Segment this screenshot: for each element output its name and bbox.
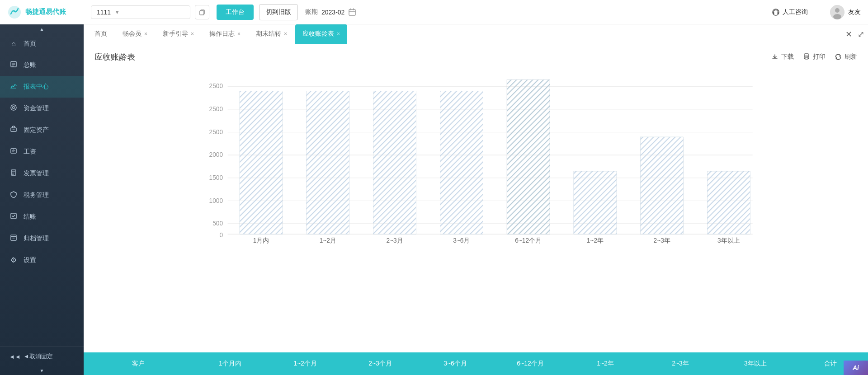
svg-text:2~3年: 2~3年 <box>654 237 670 244</box>
sidebar-scroll-up[interactable]: ▲ <box>0 24 84 33</box>
tabs-right: ✕ ⤢ <box>845 29 864 39</box>
sidebar-item-reports[interactable]: 报表中心 <box>0 76 84 98</box>
svg-point-11 <box>11 105 16 110</box>
print-label: 打印 <box>813 53 826 61</box>
tab-guide[interactable]: 新手引导 × <box>156 24 201 44</box>
tab-member-label: 畅会员 <box>123 30 142 38</box>
sidebar-item-assets[interactable]: 固定资产 <box>0 119 84 141</box>
period-label: 账期 <box>305 8 318 16</box>
chart-container: 2500 2500 2500 2000 1500 1000 500 0 <box>84 68 868 352</box>
sidebar-item-ledger[interactable]: 总账 <box>0 54 84 76</box>
svg-text:2500: 2500 <box>209 83 223 89</box>
bar-2-3月 <box>373 91 416 234</box>
invoice-icon <box>9 169 18 178</box>
bar-3年以上 <box>707 171 750 234</box>
assets-icon <box>9 126 18 135</box>
svg-point-8 <box>835 8 840 13</box>
tabs-bar: 首页 畅会员 × 新手引导 × 操作日志 × 期末结转 × 应收账龄表 × <box>84 24 868 44</box>
svg-rect-19 <box>805 54 808 56</box>
tab-aging[interactable]: 应收账龄表 × <box>295 24 347 44</box>
close-window-button[interactable]: ✕ <box>845 29 852 39</box>
tab-oplog-close[interactable]: × <box>237 31 241 37</box>
company-name: 1111 <box>97 9 111 16</box>
headset-icon <box>772 8 780 16</box>
content-area: 首页 畅会员 × 新手引导 × 操作日志 × 期末结转 × 应收账龄表 × <box>84 24 868 375</box>
page-actions: 下载 打印 <box>771 53 857 61</box>
col-header-3-6m: 3~6个月 <box>418 360 493 368</box>
refresh-button[interactable]: 刷新 <box>835 53 857 61</box>
ai-badge-label: Ai <box>853 364 859 371</box>
switch-version-button[interactable]: 切到旧版 <box>259 4 298 20</box>
tab-home[interactable]: 首页 <box>87 24 114 44</box>
tab-guide-label: 新手引导 <box>163 30 188 38</box>
tax-icon <box>9 191 18 200</box>
page-content: 应收账龄表 下载 <box>84 44 868 375</box>
svg-text:6~12个月: 6~12个月 <box>515 237 542 244</box>
header-divider <box>819 7 819 18</box>
sidebar-item-tax[interactable]: 税务管理 <box>0 184 84 206</box>
svg-text:3年以上: 3年以上 <box>717 237 740 244</box>
sidebar-item-home[interactable]: ⌂ 首页 <box>0 33 84 54</box>
company-selector[interactable]: 1111 ▼ <box>91 5 190 19</box>
bar-2-3年 <box>641 137 684 234</box>
sidebar-item-settings[interactable]: ⚙ 设置 <box>0 249 84 271</box>
sidebar: ▲ ⌂ 首页 总账 报表中心 <box>0 24 84 375</box>
col-header-1m: 1个月内 <box>193 360 268 368</box>
archive-icon <box>9 234 18 243</box>
tab-member-close[interactable]: × <box>144 31 147 37</box>
cancel-fixed-button[interactable]: ◄◄ ◄取消固定 <box>0 347 84 366</box>
tab-period-end-label: 期末结转 <box>256 30 281 38</box>
tab-guide-close[interactable]: × <box>191 31 194 37</box>
funds-icon <box>9 104 18 113</box>
tab-oplog[interactable]: 操作日志 × <box>202 24 248 44</box>
logo-text: 畅捷通易代账 <box>25 8 66 16</box>
sidebar-label-checkout: 结账 <box>24 213 36 221</box>
workbench-button[interactable]: 工作台 <box>217 5 254 20</box>
bar-3-6月 <box>440 91 483 234</box>
col-header-6-12m: 6~12个月 <box>493 360 568 368</box>
col-header-1-2m: 1~2个月 <box>268 360 343 368</box>
print-button[interactable]: 打印 <box>803 53 826 61</box>
maximize-button[interactable]: ⤢ <box>858 29 864 39</box>
sidebar-item-invoice[interactable]: 发票管理 <box>0 163 84 184</box>
bar-6-12月 <box>507 80 550 234</box>
sidebar-label-settings: 设置 <box>24 256 36 264</box>
tab-period-end[interactable]: 期末结转 × <box>249 24 294 44</box>
chart-wrapper: 2500 2500 2500 2000 1500 1000 500 0 <box>94 77 857 248</box>
svg-rect-6 <box>778 12 779 14</box>
user-area[interactable]: 友友 <box>830 5 861 19</box>
sidebar-item-archive[interactable]: 归档管理 <box>0 228 84 249</box>
sidebar-item-funds[interactable]: 资金管理 <box>0 98 84 119</box>
tab-aging-close[interactable]: × <box>337 31 340 37</box>
calendar-icon[interactable] <box>348 8 356 16</box>
svg-text:1500: 1500 <box>209 174 223 181</box>
svg-rect-18 <box>11 235 16 236</box>
svg-text:3~6月: 3~6月 <box>453 237 470 244</box>
ai-badge[interactable]: Ai <box>844 361 868 375</box>
sidebar-item-checkout[interactable]: 结账 <box>0 206 84 228</box>
svg-text:1~2月: 1~2月 <box>320 237 336 244</box>
svg-text:1~2年: 1~2年 <box>587 237 604 244</box>
tab-oplog-label: 操作日志 <box>209 30 235 38</box>
consult-link[interactable]: 人工咨询 <box>772 8 808 16</box>
tab-aging-label: 应收账龄表 <box>302 30 334 38</box>
svg-text:1000: 1000 <box>209 197 223 204</box>
bar-1-2月 <box>307 91 349 234</box>
sidebar-bottom: ◄◄ ◄取消固定 <box>0 347 84 366</box>
header-right: 人工咨询 友友 <box>772 5 861 19</box>
sidebar-item-salary[interactable]: 工资 <box>0 141 84 163</box>
sidebar-label-funds: 资金管理 <box>24 104 49 112</box>
svg-text:500: 500 <box>212 220 223 227</box>
bar-chart: 2500 2500 2500 2000 1500 1000 500 0 <box>94 77 857 248</box>
download-label: 下载 <box>781 53 794 61</box>
col-header-2-3m: 2~3个月 <box>343 360 418 368</box>
main-container: ▲ ⌂ 首页 总账 报表中心 <box>0 24 868 375</box>
logo-area: 畅捷通易代账 <box>7 5 91 19</box>
tab-member[interactable]: 畅会员 × <box>115 24 155 44</box>
checkout-icon <box>9 212 18 221</box>
sidebar-scroll-down[interactable]: ▼ <box>0 366 84 375</box>
copy-button[interactable] <box>195 5 209 19</box>
svg-point-12 <box>13 107 15 109</box>
tab-period-end-close[interactable]: × <box>284 31 287 37</box>
download-button[interactable]: 下载 <box>771 53 794 61</box>
